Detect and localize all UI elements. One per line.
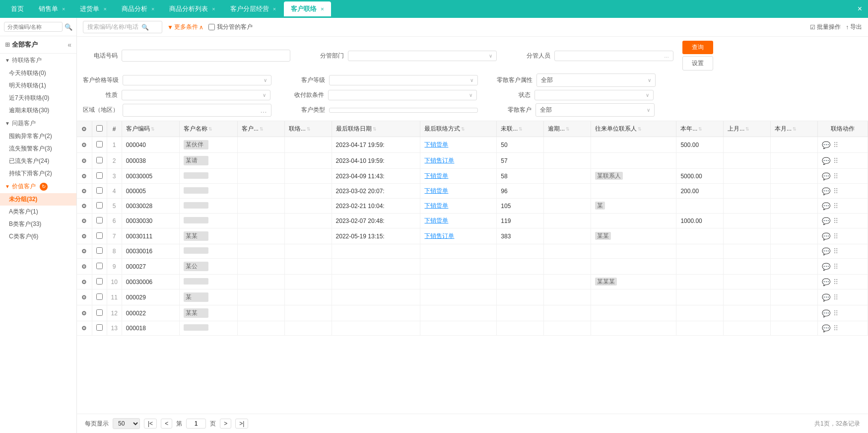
close-analysis-list-tab[interactable]: × [212,6,215,12]
staff-select[interactable]: … [554,51,673,61]
close-window-btn[interactable]: × [856,2,864,15]
row-gear[interactable]: ⚙ [77,184,92,199]
sidebar-search-input[interactable] [4,22,63,32]
th-this-month[interactable]: 本月... ⇅ [771,121,818,137]
row-checkbox[interactable] [92,228,107,244]
region-ellipsis[interactable]: … [260,106,267,114]
sidebar-group-problem[interactable]: ▼ 问题客户 [0,117,76,130]
contact-action-icon[interactable]: 💬 [822,247,830,255]
more-action-icon[interactable]: ⠿ [833,232,838,240]
my-customers-checkbox[interactable]: 我分管的客户 [208,23,253,31]
row-checkbox[interactable] [92,305,107,321]
price-level-select[interactable]: ∨ [123,75,271,85]
contact-action-icon[interactable]: 💬 [822,232,830,240]
nav-tab-analysis[interactable]: 商品分析 × [115,1,161,16]
row-checkbox[interactable] [92,137,107,153]
nav-tab-purchase[interactable]: 进货单 × [73,1,113,16]
first-page-btn[interactable]: |< [144,419,157,429]
contact-action-icon[interactable]: 💬 [822,157,830,165]
close-analysis-tab[interactable]: × [151,6,154,12]
last-page-btn[interactable]: >| [235,419,248,429]
row-gear[interactable]: ⚙ [77,228,92,244]
prev-page-btn[interactable]: < [161,419,172,429]
row-checkbox[interactable] [92,184,107,199]
sidebar-item-class-c[interactable]: C类客户(6) [0,230,76,243]
more-action-icon[interactable]: ⠿ [833,278,838,286]
more-conditions-btn[interactable]: ▼ 更多条件 ∧ [167,23,203,31]
row-last-way[interactable]: 下销售订单 [420,153,497,169]
row-gear[interactable]: ⚙ [77,259,92,275]
nav-tab-sales[interactable]: 销售单 × [32,1,72,16]
row-last-way[interactable] [420,244,497,259]
payment-select[interactable]: ∨ [328,90,477,100]
sidebar-item-class-a[interactable]: A类客户(1) [0,206,76,218]
th-contact[interactable]: 联络... ⇅ [284,121,332,137]
refresh-icon[interactable]: ↻ [40,183,48,191]
sidebar-group-value[interactable]: ▼ 价值客户 ↻ [0,180,76,193]
row-gear[interactable]: ⚙ [77,275,92,289]
status-select[interactable]: ∨ [534,90,654,100]
nav-tab-home[interactable]: 首页 [4,1,31,16]
more-action-icon[interactable]: ⠿ [833,202,838,210]
close-purchase-tab[interactable]: × [103,6,106,12]
next-page-btn[interactable]: > [220,419,231,429]
contact-action-icon[interactable]: 💬 [822,172,830,180]
th-checkbox[interactable] [92,121,107,137]
sidebar-group-pending[interactable]: ▼ 待联络客户 [0,54,76,67]
row-gear[interactable]: ⚙ [77,244,92,259]
th-no-contact[interactable]: 未联... ⇅ [497,121,544,137]
th-last-way[interactable]: 最后联络方式 ⇅ [420,121,497,137]
batch-ops-btn[interactable]: ☑ 批量操作 [810,23,841,31]
region-select[interactable]: … [123,104,271,117]
contact-action-icon[interactable]: 💬 [822,278,830,286]
row-gear[interactable]: ⚙ [77,153,92,169]
sidebar-item-churned[interactable]: 已流失客户(24) [0,155,76,167]
more-action-icon[interactable]: ⠿ [833,172,838,180]
query-button[interactable]: 查询 [682,41,713,54]
sidebar-item-ungroup[interactable]: 未分组(32) [0,193,76,206]
customer-type-select[interactable] [329,108,478,113]
row-gear[interactable]: ⚙ [77,214,92,228]
more-action-icon[interactable]: ⠿ [833,324,838,332]
more-action-icon[interactable]: ⠿ [833,247,838,255]
contact-action-icon[interactable]: 💬 [822,217,830,225]
row-checkbox[interactable] [92,199,107,214]
contact-action-icon[interactable]: 💬 [822,202,830,210]
more-action-icon[interactable]: ⠿ [833,263,838,271]
export-btn[interactable]: ↑ 导出 [846,23,862,31]
close-customer-contact-tab[interactable]: × [321,6,324,12]
row-gear[interactable]: ⚙ [77,289,92,305]
row-gear[interactable]: ⚙ [77,169,92,184]
close-customer-ops-tab[interactable]: × [273,6,276,12]
th-name[interactable]: 客户名称 ⇅ [180,121,238,137]
sidebar-search-icon[interactable]: 🔍 [65,23,72,31]
row-checkbox[interactable] [92,275,107,289]
sidebar-item-abnormal[interactable]: 囤购异常客户(2) [0,130,76,143]
contact-action-icon[interactable]: 💬 [822,187,830,195]
row-last-way[interactable] [420,305,497,321]
th-last-date[interactable]: 最后联络日期 ⇅ [332,121,420,137]
nav-tab-customer-contact[interactable]: 客户联络 × [284,1,331,16]
row-last-way[interactable] [420,289,497,305]
row-last-way[interactable] [420,275,497,289]
dept-select[interactable]: ∨ [348,51,497,61]
row-last-way[interactable]: 下销货单 [420,169,497,184]
filter-search-icon[interactable]: 🔍 [141,24,149,31]
more-action-icon[interactable]: ⠿ [833,141,838,149]
row-last-way[interactable]: 下销售订单 [420,228,497,244]
sidebar-item-tomorrow[interactable]: 明天待联络(1) [0,79,76,92]
sidebar-item-overdue[interactable]: 逾期未联络(30) [0,104,76,117]
sidebar-item-7days[interactable]: 近7天待联络(0) [0,92,76,104]
sidebar-item-today[interactable]: 今天待联络(0) [0,67,76,79]
sidebar-all-customers[interactable]: ⊞ 全部客户 « [0,36,76,54]
row-gear[interactable]: ⚙ [77,199,92,214]
th-type[interactable]: 客户... ⇅ [237,121,284,137]
select-all-checkbox[interactable] [96,125,103,132]
row-checkbox[interactable] [92,169,107,184]
contact-action-icon[interactable]: 💬 [822,324,830,332]
page-number-input[interactable] [186,419,206,429]
th-this-year[interactable]: 本年... ⇅ [676,121,724,137]
row-checkbox[interactable] [92,259,107,275]
nav-tab-analysis-list[interactable]: 商品分析列表 × [162,1,222,16]
retail-attr-select[interactable]: 全部 ∨ [536,73,656,87]
